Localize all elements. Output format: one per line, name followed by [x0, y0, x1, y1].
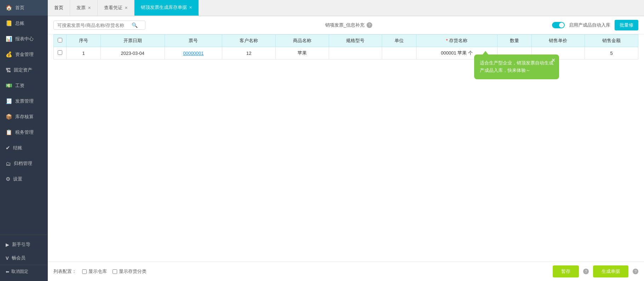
tab-cancel-invoice[interactable]: 销顶发票生成库存单据 ✕ — [134, 0, 199, 16]
tab-invoice-label: 发票 — [76, 5, 86, 11]
th-unit: 单位 — [382, 35, 416, 47]
th-seq: 序号 — [67, 35, 101, 47]
th-ticket: 票号 — [165, 35, 222, 47]
th-spec: 规格型号 — [329, 35, 382, 47]
sidebar-item-closing[interactable]: ✔ 结账 — [0, 140, 48, 156]
sidebar-item-fixed-assets[interactable]: 🏗 固定资产 — [0, 62, 48, 78]
td-checkbox — [54, 47, 67, 59]
tab-invoice[interactable]: 发票 ✕ — [70, 0, 98, 16]
tax-icon: 📋 — [6, 129, 12, 136]
payroll-icon: 💵 — [6, 82, 12, 89]
tab-view-voucher-label: 查看凭证 — [104, 5, 122, 11]
sidebar-item-invoice[interactable]: 🧾 发票管理 — [0, 93, 48, 109]
td-product: 苹果 — [275, 47, 329, 59]
sidebar-item-home[interactable]: 🏠 首页 — [0, 0, 48, 16]
unfix-label: 取消固定 — [11, 269, 28, 275]
settings-icon: ⚙ — [6, 176, 10, 182]
td-spec — [329, 47, 382, 59]
sidebar-item-settings[interactable]: ⚙ 设置 — [0, 171, 48, 187]
table-header-row: 序号 开票日期 票号 客户名称 商品名称 规格型号 单位 * 存货名称 数量 销… — [54, 35, 638, 47]
tooltip-popup: ✕ 适合生产型企业，销顶发票自动生成产成品入库，快来体验～ — [474, 55, 559, 79]
main-wrapper: 🔍 销项发票_信息补充 ? 启用产成品自动入库 批量修 — [48, 16, 644, 281]
generate-help-icon[interactable]: ? — [633, 269, 638, 274]
show-category-label[interactable]: 显示存货分类 — [113, 268, 146, 275]
th-checkbox — [54, 35, 67, 47]
closing-icon: ✔ — [6, 145, 10, 151]
td-customer: 12 — [222, 47, 276, 59]
sidebar-item-label: 税务管理 — [15, 129, 34, 136]
batch-button[interactable]: 批量修 — [615, 20, 638, 30]
th-amount: 销售金额 — [585, 35, 638, 47]
show-category-checkbox[interactable] — [113, 269, 117, 274]
sidebar-item-label: 固定资产 — [14, 67, 32, 73]
auto-warehousing-toggle[interactable] — [552, 22, 565, 28]
tooltip-text: 适合生产型企业，销顶发票自动生成产成品入库，快来体验～ — [480, 60, 553, 73]
sidebar-item-funds[interactable]: 💰 资金管理 — [0, 47, 48, 62]
sidebar-item-ledger[interactable]: 📒 总账 — [0, 16, 48, 31]
sidebar-item-label: 发票管理 — [15, 98, 34, 104]
tab-cancel-invoice-close[interactable]: ✕ — [189, 5, 192, 10]
tab-home-label: 首页 — [54, 5, 63, 11]
td-ticket-link[interactable]: 00000001 — [183, 51, 204, 56]
vip-icon: V — [6, 256, 9, 261]
td-date: 2023-03-04 — [101, 47, 165, 59]
sidebar-item-label: 工资 — [15, 82, 24, 89]
toggle-label: 启用产成品自动入库 — [569, 22, 610, 28]
sidebar-item-newbie[interactable]: ▶ 新手引导 — [0, 238, 48, 251]
tab-view-voucher[interactable]: 查看凭证 ✕ — [98, 0, 134, 16]
search-input[interactable] — [57, 23, 132, 28]
tab-view-voucher-close[interactable]: ✕ — [125, 6, 128, 10]
bottom-bar: 列表配置： 显示仓库 显示存货分类 暂存 ? 生成单据 ? — [48, 262, 644, 281]
sidebar-bottom: ▶ 新手引导 V 畅会员 ⬅ 取消固定 — [0, 235, 48, 281]
ledger-icon: 📒 — [6, 20, 12, 27]
tab-invoice-close[interactable]: ✕ — [88, 6, 91, 10]
sidebar-item-label: 新手引导 — [12, 241, 30, 248]
td-ticket[interactable]: 00000001 — [165, 47, 222, 59]
tab-cancel-invoice-label: 销顶发票生成库存单据 — [141, 4, 187, 11]
sidebar-item-label: 报表中心 — [15, 36, 34, 42]
sidebar: 🏠 首页 📒 总账 📊 报表中心 💰 资金管理 🏗 固定资产 💵 工资 🧾 发票… — [0, 0, 48, 281]
generate-button[interactable]: 生成单据 — [593, 265, 628, 277]
sidebar-item-label: 畅会员 — [12, 255, 25, 261]
sidebar-item-inventory[interactable]: 📦 库存核算 — [0, 109, 48, 125]
th-product: 商品名称 — [275, 35, 329, 47]
sidebar-item-report[interactable]: 📊 报表中心 — [0, 31, 48, 47]
th-unit-price: 销售单价 — [531, 35, 585, 47]
row-checkbox[interactable] — [58, 50, 62, 55]
tooltip-arrow — [483, 51, 488, 55]
fixed-assets-icon: 🏗 — [6, 67, 11, 73]
bottom-right: 暂存 ? 生成单据 ? — [553, 265, 638, 277]
unfix-icon: ⬅ — [6, 269, 9, 274]
home-icon: 🏠 — [6, 5, 12, 11]
sidebar-item-tax[interactable]: 📋 税务管理 — [0, 125, 48, 140]
sidebar-item-archive[interactable]: 🗂 归档管理 — [0, 156, 48, 171]
archive-icon: 🗂 — [6, 161, 11, 167]
save-help-icon[interactable]: ? — [583, 269, 589, 274]
show-warehouse-checkbox[interactable] — [82, 269, 87, 274]
center-info: 销项发票_信息补充 ? — [325, 22, 372, 28]
right-controls: 启用产成品自动入库 批量修 — [552, 20, 638, 30]
save-button[interactable]: 暂存 — [553, 265, 579, 277]
sidebar-item-label: 首页 — [15, 5, 24, 11]
list-config-label: 列表配置： — [53, 268, 76, 275]
tab-home[interactable]: 首页 — [48, 0, 70, 16]
newbie-icon: ▶ — [6, 242, 9, 247]
sidebar-item-label: 库存核算 — [15, 114, 34, 120]
select-all-checkbox[interactable] — [58, 38, 62, 42]
invoice-icon: 🧾 — [6, 98, 12, 104]
unfix-sidebar[interactable]: ⬅ 取消固定 — [0, 265, 48, 278]
td-seq: 1 — [67, 47, 101, 59]
bottom-left: 列表配置： 显示仓库 显示存货分类 — [53, 268, 146, 275]
tooltip-close-button[interactable]: ✕ — [551, 57, 556, 63]
main-content: 首页 发票 ✕ 查看凭证 ✕ 销顶发票生成库存单据 ✕ 🔍 销项发票_信息补充 … — [48, 0, 644, 281]
th-date: 开票日期 — [101, 35, 165, 47]
info-icon[interactable]: ? — [367, 22, 372, 28]
sidebar-item-label: 资金管理 — [15, 51, 34, 58]
search-input-wrap[interactable]: 🔍 — [53, 21, 145, 30]
sidebar-item-label: 归档管理 — [14, 160, 32, 167]
sidebar-item-vip[interactable]: V 畅会员 — [0, 251, 48, 265]
sidebar-item-payroll[interactable]: 💵 工资 — [0, 78, 48, 93]
search-bar: 🔍 销项发票_信息补充 ? 启用产成品自动入库 批量修 — [48, 16, 644, 34]
show-warehouse-label[interactable]: 显示仓库 — [82, 268, 107, 275]
report-icon: 📊 — [6, 36, 12, 42]
